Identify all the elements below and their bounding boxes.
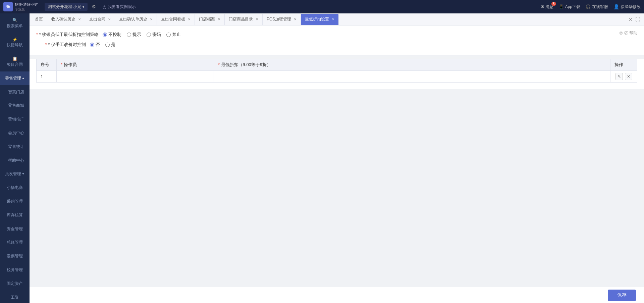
manual-control-options: 否 是 [90,42,115,48]
sidebar-item-inventory[interactable]: 库存核算 [0,208,30,222]
chevron-down-icon: ▾ [83,5,84,9]
radio-no-control-input[interactable] [103,33,107,37]
tab-store-file[interactable]: 门店档案 ✕ [195,14,225,25]
sidebar-item-ledger[interactable]: 总账管理 [0,236,30,249]
col-min-discount: * 最低折扣（9.00等于9折） [214,59,610,71]
sidebar-item-contract[interactable]: 📋 项目合同 [0,52,30,71]
demo-label: 我要看实例演示 [108,4,136,10]
tab-label-store-catalog: 门店商品目录 [229,16,253,22]
tab-income-history[interactable]: 收入确认历史 ✕ [47,14,85,25]
message-icon: ✉ [541,4,544,9]
app-download-button[interactable]: 📱 App下载 [559,4,580,10]
radio-forbid-label: 禁止 [172,32,181,38]
tab-bar: 首页 收入确认历史 ✕ 支出合同 ✕ 支出确认单历史 ✕ 支出合同看板 ✕ 门店… [30,13,644,26]
tab-label-expense-contract: 支出合同 [89,16,105,22]
edit-row-button[interactable]: ✎ [615,73,623,80]
sidebar-item-marketing[interactable]: 营销推广 [0,112,30,126]
tab-close-expense-board[interactable]: ✕ [188,17,191,21]
tab-pos-crypto[interactable]: POS加密管理 ✕ [263,14,301,25]
sidebar-item-payroll[interactable]: 工资 [0,291,30,303]
tab-bar-actions: ✕ ⛶ [629,17,643,22]
tab-expense-contract[interactable]: 支出合同 ✕ [85,14,115,25]
tab-close-icon[interactable]: ✕ [629,17,633,22]
radio-password-label: 密码 [152,32,161,38]
sidebar-item-wholesale[interactable]: 批发管理 ▼ [0,167,30,181]
sidebar-item-member[interactable]: 会员中心 [0,126,30,140]
tab-close-pos-crypto[interactable]: ✕ [294,17,297,21]
logo-icon: 畅 [3,2,13,11]
project-selector[interactable]: 测试分开花程·小兄 ▾ [45,3,88,11]
sidebar: 🔍 搜索菜单 ⚡ 快捷导航 📋 项目合同 零售管理 ▲ 智慧门店 零售商城 营销… [0,13,30,303]
tab-close-store-file[interactable]: ✕ [218,17,220,21]
tab-expand-icon[interactable]: ⛶ [635,17,640,22]
radio-forbid[interactable]: 禁止 [166,32,181,38]
tab-close-expense-confirm-history[interactable]: ✕ [150,17,153,21]
page-content: ② ② 帮助 * * 收银员低于最低折扣控制策略 不控制 [30,26,644,287]
tab-close-min-discount[interactable]: ✕ [332,17,334,21]
sidebar-item-retailmall[interactable]: 零售商城 [0,99,30,112]
sidebar-item-help[interactable]: 帮助中心 [0,154,30,167]
help-button[interactable]: ② ② 帮助 [619,30,637,36]
save-button[interactable]: 保存 [608,290,636,301]
radio-password[interactable]: 密码 [147,32,161,38]
wholesale-label: 批发管理 [5,171,21,177]
tab-expense-board[interactable]: 支出合同看板 ✕ [157,14,195,25]
demo-link[interactable]: ◎ 我要看实例演示 [103,4,136,10]
quicknav-icon: ⚡ [3,37,27,43]
content-area: 首页 收入确认历史 ✕ 支出合同 ✕ 支出确认单历史 ✕ 支出合同看板 ✕ 门店… [30,13,644,303]
radio-remind-input[interactable] [127,33,131,37]
required-star: * [36,32,39,37]
marketing-label: 营销推广 [5,116,27,122]
tab-close-expense-contract[interactable]: ✕ [108,17,111,21]
radio-yes[interactable]: 是 [105,42,115,48]
tab-expense-confirm-history[interactable]: 支出确认单历史 ✕ [115,14,157,25]
contract-icon: 📋 [3,56,27,62]
cell-min-discount [214,71,610,83]
purchase-label: 采购管理 [3,199,27,204]
project-name: 测试分开花程·小兄 [48,4,81,10]
radio-yes-input[interactable] [105,43,110,47]
sidebar-item-tax[interactable]: 税务管理 [0,263,30,277]
delete-row-button[interactable]: ✕ [625,73,632,80]
sidebar-item-capital[interactable]: 资金管理 [0,222,30,236]
tab-store-catalog[interactable]: 门店商品目录 ✕ [225,14,263,25]
radio-password-input[interactable] [147,33,151,37]
radio-no[interactable]: 否 [90,42,100,48]
messages-button[interactable]: ✉ 8 消息 [541,4,553,10]
sidebar-item-invoice[interactable]: 发票管理 [0,249,30,263]
cell-seq: 1 [37,71,57,83]
message-badge: 8 [551,2,556,6]
settings-icon[interactable]: ⚙ [90,2,97,11]
app-icon: 📱 [559,4,564,9]
ledger-label: 总账管理 [3,240,27,245]
sidebar-item-search[interactable]: 🔍 搜索菜单 [0,13,30,33]
logo-sub: 专业版 [15,7,38,12]
sidebar-label-search: 搜索菜单 [3,23,27,29]
sidebar-item-retail[interactable]: 零售管理 ▲ [0,71,30,85]
help-circle-icon: ② [619,31,623,36]
sidebar-item-ecommerce[interactable]: 小畅电商 [0,181,30,195]
tab-label-pos-crypto: POS加密管理 [267,16,291,22]
top-bar-right: ✉ 8 消息 📱 App下载 🎧 在线客服 👤 徐泽华修改 [541,4,641,10]
sidebar-item-quicknav[interactable]: ⚡ 快捷导航 [0,33,30,52]
smartstore-label: 智慧门店 [5,89,27,95]
radio-no-control[interactable]: 不控制 [103,32,121,38]
sidebar-item-assets[interactable]: 固定资产 [0,277,30,291]
user-button[interactable]: 👤 徐泽华修改 [613,4,641,10]
customer-service-button[interactable]: 🎧 在线客服 [586,4,608,10]
logo-text: 畅捷·通好业财 专业版 [15,2,38,12]
radio-remind[interactable]: 提示 [127,32,141,38]
sidebar-item-retailstat[interactable]: 零售统计 [0,140,30,154]
tab-label-expense-confirm-history: 支出确认单历史 [119,16,147,22]
payroll-label: 工资 [3,295,27,300]
tab-home[interactable]: 首页 [31,14,47,25]
cell-action: ✎ ✕ [610,71,637,83]
tab-close-income-history[interactable]: ✕ [78,17,81,21]
tab-min-discount[interactable]: 最低折扣设置 ✕ [301,14,339,25]
radio-no-control-label: 不控制 [108,32,121,38]
radio-forbid-input[interactable] [166,33,171,37]
sidebar-item-purchase[interactable]: 采购管理 [0,195,30,208]
sidebar-item-smartstore[interactable]: 智慧门店 [0,85,30,99]
radio-no-input[interactable] [90,43,94,47]
tab-close-store-catalog[interactable]: ✕ [256,17,258,21]
